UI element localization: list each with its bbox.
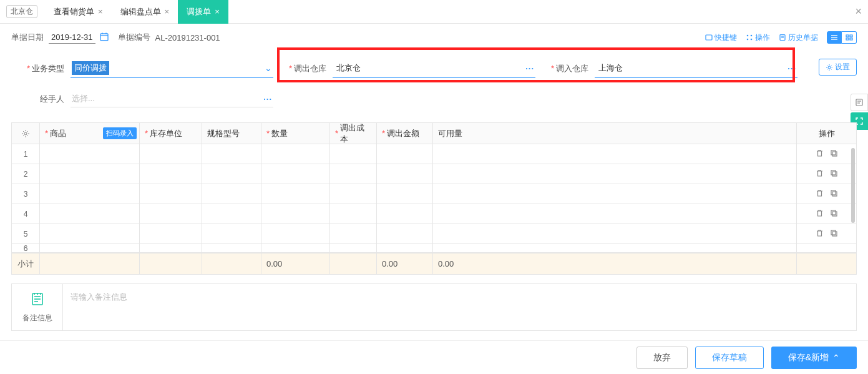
tab-bar: 北京仓 查看销货单 × 编辑盘点单 × 调拨单 × ×: [0, 0, 868, 24]
link-label: 历史单据: [788, 32, 818, 43]
remark-placeholder: 请输入备注信息: [71, 292, 127, 302]
svg-rect-20: [856, 99, 862, 106]
svg-rect-0: [100, 34, 108, 41]
handler-placeholder: 选择...: [72, 93, 95, 104]
link-label: 快捷键: [714, 32, 737, 43]
scan-input-tag[interactable]: 扫码录入: [103, 127, 137, 139]
table-header: *商品 扫码录入 *库存单位 规格型号 *数量 *调出成本 *调出金额 可用量 …: [12, 123, 856, 144]
svg-rect-15: [846, 35, 849, 37]
table-row[interactable]: 1: [12, 144, 856, 164]
close-icon[interactable]: ×: [165, 7, 170, 16]
copy-icon[interactable]: [830, 189, 838, 199]
svg-rect-18: [850, 38, 852, 40]
field-biz-type: *业务类型 同价调拨 ⌄: [11, 59, 273, 78]
svg-point-23: [24, 132, 27, 135]
svg-point-6: [751, 35, 753, 37]
link-label: 操作: [755, 32, 770, 43]
table-row[interactable]: 6: [12, 244, 856, 253]
col-spec: 规格型号: [202, 123, 261, 144]
tab-label: 编辑盘点单: [120, 6, 161, 17]
more-icon: ···: [788, 64, 796, 73]
settings-label: 设置: [835, 62, 850, 72]
svg-rect-32: [831, 230, 836, 235]
date-label: 单据日期: [11, 32, 44, 43]
svg-rect-29: [832, 192, 837, 196]
field-label: 经手人: [40, 94, 64, 104]
side-note-icon[interactable]: [851, 94, 868, 111]
svg-point-5: [747, 35, 749, 37]
docno-value: AL-20191231-001: [155, 33, 220, 42]
delete-icon[interactable]: [816, 209, 824, 219]
view-grid-icon[interactable]: [842, 31, 857, 44]
in-warehouse-select[interactable]: 上海仓 ···: [595, 59, 797, 78]
svg-point-19: [828, 66, 831, 69]
biz-type-value: 同价调拨: [72, 61, 109, 75]
delete-icon[interactable]: [816, 189, 824, 199]
copy-icon[interactable]: [830, 169, 838, 179]
svg-rect-16: [850, 35, 852, 37]
operation-link[interactable]: 操作: [746, 32, 770, 43]
handler-select[interactable]: 选择... ···: [71, 91, 273, 107]
remark-box: 备注信息 请输入备注信息: [11, 283, 857, 331]
svg-rect-25: [832, 152, 837, 156]
close-panel-icon[interactable]: ×: [855, 5, 862, 18]
scrollbar[interactable]: [851, 148, 855, 223]
shortcut-link[interactable]: 快捷键: [705, 32, 737, 43]
svg-rect-28: [831, 190, 836, 195]
gear-column[interactable]: [12, 123, 40, 144]
meta-bar: 单据日期 2019-12-31 单据编号 AL-20191231-001 快捷键…: [0, 24, 868, 51]
col-cost: *调出成本: [330, 123, 377, 144]
out-warehouse-select[interactable]: 北京仓 ···: [333, 59, 535, 78]
biz-type-select[interactable]: 同价调拨 ⌄: [71, 59, 273, 78]
table-row[interactable]: 3: [12, 184, 856, 204]
svg-rect-4: [706, 35, 712, 40]
col-product: *商品 扫码录入: [40, 123, 140, 144]
table-row[interactable]: 2: [12, 164, 856, 184]
svg-rect-31: [832, 212, 837, 216]
delete-icon[interactable]: [816, 229, 824, 239]
svg-point-7: [747, 39, 749, 41]
save-draft-button[interactable]: 保存草稿: [695, 347, 764, 369]
copy-icon[interactable]: [830, 229, 838, 239]
tab-edit-inventory[interactable]: 编辑盘点单 ×: [112, 0, 178, 24]
in-warehouse-value: 上海仓: [596, 61, 625, 75]
delete-icon[interactable]: [816, 169, 824, 179]
view-toggle: [827, 31, 857, 44]
field-in-warehouse: *调入仓库 上海仓 ···: [535, 59, 797, 78]
table-body: 1 2 3 4 5: [12, 144, 856, 253]
copy-icon[interactable]: [830, 149, 838, 159]
discard-button[interactable]: 放弃: [636, 347, 688, 369]
table-row[interactable]: 4: [12, 204, 856, 224]
date-input[interactable]: 2019-12-31: [49, 31, 95, 44]
field-label: 业务类型: [32, 64, 64, 73]
view-list-icon[interactable]: [827, 31, 842, 44]
table-row[interactable]: 5: [12, 224, 856, 244]
docno-label: 单据编号: [118, 32, 150, 43]
calendar-icon[interactable]: [99, 32, 109, 44]
tab-transfer[interactable]: 调拨单 ×: [178, 0, 228, 24]
svg-rect-30: [831, 210, 836, 215]
remark-input[interactable]: 请输入备注信息: [63, 284, 856, 330]
svg-rect-27: [832, 172, 837, 176]
copy-icon[interactable]: [830, 209, 838, 219]
location-badge: 北京仓: [6, 5, 37, 18]
col-available: 可用量: [433, 123, 797, 144]
svg-rect-24: [831, 150, 836, 155]
svg-rect-17: [846, 38, 849, 40]
history-link[interactable]: 历史单据: [779, 32, 818, 43]
field-label: 调入仓库: [556, 64, 588, 73]
close-icon[interactable]: ×: [215, 7, 220, 16]
save-add-button[interactable]: 保存&新增 ⌃: [771, 347, 857, 369]
subtotal-label: 小计: [12, 253, 40, 274]
col-unit: *库存单位: [140, 123, 202, 144]
col-amount: *调出金额: [377, 123, 433, 144]
settings-button[interactable]: 设置: [819, 59, 857, 76]
chevron-down-icon: ⌄: [265, 63, 272, 73]
tab-view-sales[interactable]: 查看销货单 ×: [45, 0, 112, 24]
chevron-up-icon: ⌃: [832, 353, 840, 363]
footer-actions: 放弃 保存草稿 保存&新增 ⌃: [0, 340, 868, 374]
delete-icon[interactable]: [816, 149, 824, 159]
close-icon[interactable]: ×: [98, 7, 103, 16]
out-warehouse-value: 北京仓: [334, 61, 363, 75]
form-area: *业务类型 同价调拨 ⌄ *调出仓库 北京仓 ··· *调入仓库 上海仓 ···…: [0, 51, 868, 120]
